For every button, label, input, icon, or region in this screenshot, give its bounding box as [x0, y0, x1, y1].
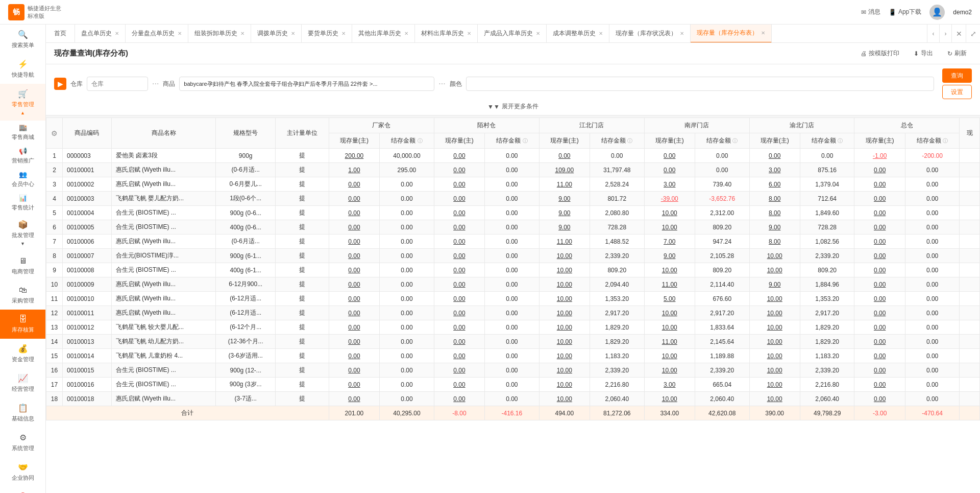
tab-point2[interactable]: 分量盘点单历史 ✕ [126, 25, 188, 43]
tab-close-icon[interactable]: ✕ [178, 31, 182, 36]
sidebar: 🔍 搜索英单 ⚡ 快捷导航 🛒 零售管理 ▲ 🏬 零售商城 📢 营销推广 👥 会… [0, 25, 46, 493]
expand-filter-btn[interactable]: ▼▼ 展开更多条件 [54, 102, 972, 111]
export-btn[interactable]: ⬇ 导出 [909, 47, 938, 60]
tab-close-all-btn[interactable]: ✕ [951, 25, 966, 43]
sidebar-item-search[interactable]: 🔍 搜索英单 [0, 25, 45, 54]
product-input[interactable] [179, 77, 434, 91]
tab-prev-btn[interactable]: ‹ [927, 25, 939, 43]
tab-product-in[interactable]: 产成品入库单历史 ✕ [478, 25, 547, 43]
gear-icon[interactable]: ⚙ [51, 129, 58, 137]
tab-close-icon[interactable]: ✕ [240, 31, 244, 36]
refresh-icon: ↻ [947, 50, 952, 57]
chevron-up-icon: ▲ [20, 110, 25, 115]
sidebar-item-finance[interactable]: 💰 资金管理 [0, 339, 45, 368]
table-area[interactable]: ⚙ 商品编码 商品名称 规格型号 主计量单位 厂家仓 陌村仓 江北门店 南岸门店… [46, 118, 980, 493]
color-input[interactable] [466, 77, 934, 91]
tab-close-icon[interactable]: ✕ [599, 31, 603, 36]
sidebar-item-retail-mall[interactable]: 🏬 零售商城 [0, 121, 45, 144]
refresh-btn[interactable]: ↻ 刷新 [942, 47, 972, 60]
sidebar-item-label: 零售商城 [12, 133, 34, 141]
table-row: 1700100016合生元 (BIOSTIME) ...900g (3岁...提… [46, 378, 980, 392]
col-factory-amt: 结存金额 ⓘ [380, 133, 434, 149]
sidebar-item-nav[interactable]: ⚡ 快捷导航 [0, 54, 45, 84]
tab-bar: 首页 盘点单历史 ✕ 分量盘点单历史 ✕ 组装拆卸单历史 ✕ 调拨单历史 ✕ 要… [46, 25, 980, 43]
setting-btn[interactable]: 设置 [942, 85, 972, 99]
tab-close-icon[interactable]: ✕ [761, 30, 765, 36]
tab-close-icon[interactable]: ✕ [341, 31, 346, 36]
tab-requisition[interactable]: 要货单历史 ✕ [302, 25, 352, 43]
tab-close-icon[interactable]: ✕ [467, 31, 471, 36]
search-icon: 🔍 [18, 30, 28, 39]
wholesale-icon: 📦 [18, 220, 28, 229]
marketing-icon: 📢 [19, 147, 27, 155]
sidebar-item-enterprise[interactable]: 🤝 企业协同 [0, 457, 45, 487]
search-btn[interactable]: 查询 [942, 68, 972, 83]
col-group-factory: 厂家仓 [329, 118, 434, 133]
sidebar-item-system[interactable]: ⚙ 系统管理 [0, 428, 45, 457]
tab-home[interactable]: 首页 [46, 25, 75, 43]
tab-close-icon[interactable]: ✕ [115, 31, 119, 36]
warehouse-dots[interactable]: ··· [152, 79, 159, 88]
col-group-total: 总仓 [854, 118, 960, 133]
sidebar-item-wholesale[interactable]: 📦 批发管理 ▼ [0, 215, 45, 251]
inventory-icon: 🗄 [19, 315, 27, 324]
col-total-qty: 现存量(主) [854, 133, 905, 149]
tab-point[interactable]: 盘点单历史 ✕ [75, 25, 126, 43]
sidebar-item-base[interactable]: 📋 基础信息 [0, 398, 45, 428]
col-yubei-amt: 结存金额 ⓘ [800, 133, 854, 149]
tab-combine[interactable]: 组装拆卸单历史 ✕ [188, 25, 251, 43]
product-dots[interactable]: ··· [438, 79, 445, 88]
print-btn[interactable]: 🖨 按模版打印 [855, 47, 904, 60]
tab-close-icon[interactable]: ✕ [291, 31, 295, 36]
tab-bar-nav: 首页 盘点单历史 ✕ 分量盘点单历史 ✕ 组装拆卸单历史 ✕ 调拨单历史 ✕ 要… [46, 25, 927, 43]
app-download-btn[interactable]: 📱 App下载 [889, 8, 921, 16]
tab-stock-table[interactable]: 现存量（库存状况表） ✕ [609, 25, 691, 43]
page-title: 现存量查询(库存分布) [54, 49, 128, 58]
summary-row: 合计201.0040,295.00-8.00-416.16494.0081,27… [46, 406, 980, 420]
tab-stock-dist[interactable]: 现存量（库存分布表） ✕ [691, 25, 772, 43]
table-row: 10000003爱他美 卤素3段900g提200.0040,000.000.00… [46, 149, 980, 163]
sidebar-item-inventory[interactable]: 🗄 库存核算 [0, 310, 45, 339]
sidebar-item-operation[interactable]: 📈 经营管理 [0, 368, 45, 398]
table-row: 900100008合生元 (BIOSTIME) ...400g (6-1...提… [46, 263, 980, 277]
tab-next-btn[interactable]: › [939, 25, 951, 43]
col-total-amt: 结存金额 ⓘ [905, 133, 960, 149]
sidebar-item-guide[interactable]: 🎯 新手引导 [0, 487, 45, 493]
col-header-name: 商品名称 [111, 118, 216, 149]
tab-transfer[interactable]: 调拨单历史 ✕ [251, 25, 302, 43]
sidebar-item-label: 企业协同 [12, 474, 34, 482]
col-factory-qty: 现存量(主) [329, 133, 379, 149]
table-row: 200100001惠氏启赋 (Wyeth illu...(0-6月适...提1.… [46, 163, 980, 177]
sidebar-item-label: 搜索英单 [12, 41, 34, 49]
sidebar-item-member[interactable]: 👥 会员中心 [0, 168, 45, 191]
tab-close-icon[interactable]: ✕ [536, 31, 540, 36]
sidebar-item-label: 基础信息 [12, 415, 34, 422]
avatar[interactable]: 👤 [929, 5, 945, 20]
sidebar-item-retail-stats[interactable]: 📊 零售统计 [0, 191, 45, 215]
info-icon: ⓘ [418, 138, 423, 144]
message-btn[interactable]: ✉ 消息 [861, 8, 880, 16]
username[interactable]: demo2 [953, 9, 972, 16]
col-group-mo: 陌村仓 [434, 118, 539, 133]
product-label: 商品 [163, 80, 175, 88]
sidebar-item-purchase[interactable]: 🛍 采购管理 [0, 280, 45, 310]
filter-toggle-btn[interactable]: ▶ [54, 78, 66, 90]
filter-row: ▶ 仓库 ··· 商品 ··· 颜色 查询 设置 [54, 68, 972, 99]
tab-material-out[interactable]: 材料出库单历史 ✕ [415, 25, 478, 43]
stats-icon: 📊 [19, 194, 27, 202]
sidebar-item-label: 系统管理 [12, 444, 34, 452]
warehouse-input[interactable] [87, 77, 148, 91]
sidebar-item-retail[interactable]: 🛒 零售管理 ▲ [0, 84, 45, 121]
logo: 畅 畅捷通好生意 标准版 [8, 4, 61, 20]
col-yubei-qty: 现存量(主) [749, 133, 800, 149]
tab-close-icon[interactable]: ✕ [404, 31, 408, 36]
sidebar-item-ecommerce[interactable]: 🖥 电商管理 [0, 251, 45, 280]
sidebar-item-marketing[interactable]: 📢 营销推广 [0, 144, 45, 168]
tab-expand-btn[interactable]: ⤢ [966, 25, 980, 43]
tab-other-out[interactable]: 其他出库单历史 ✕ [352, 25, 415, 43]
col-jiangbei-qty: 现存量(主) [539, 133, 590, 149]
system-icon: ⚙ [19, 433, 27, 442]
col-group-nanan: 南岸门店 [644, 118, 749, 133]
tab-close-icon[interactable]: ✕ [680, 31, 684, 36]
tab-cost-adjust[interactable]: 成本调整单历史 ✕ [547, 25, 609, 43]
